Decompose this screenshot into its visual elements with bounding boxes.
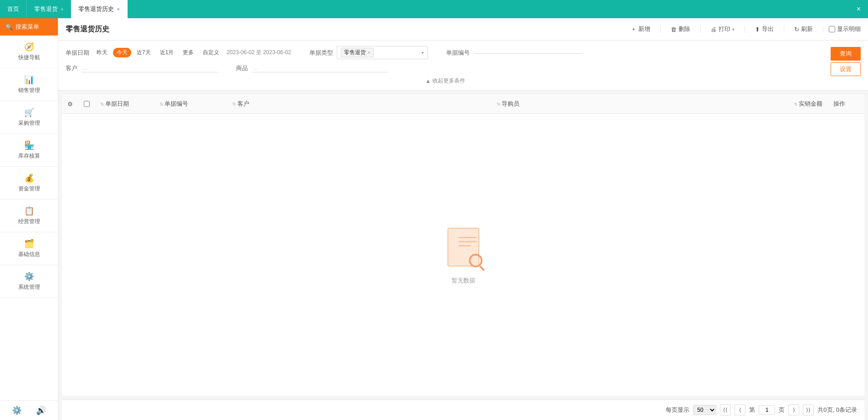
tab-home[interactable]: 首页 (0, 0, 27, 18)
goods-filter: 商品 ... (236, 64, 388, 72)
collapse-button[interactable]: ▲ 收起更多条件 (426, 77, 466, 85)
th-date-sort-icon[interactable]: ⇅ (100, 102, 104, 107)
export-label: 导出 (762, 25, 774, 33)
th-guide-sort-icon[interactable]: ⇅ (497, 102, 500, 107)
customer-input[interactable]: ... (81, 64, 218, 72)
th-customer-sort-icon[interactable]: ⇅ (232, 102, 236, 107)
sidebar-item-purchase[interactable]: 🛒 采购管理 (0, 101, 58, 134)
divider-3 (745, 26, 745, 33)
finance-icon: 💰 (24, 173, 34, 183)
volume-icon[interactable]: 🔊 (36, 405, 46, 415)
th-amount-sort-icon[interactable]: ⇅ (794, 102, 797, 107)
operations-icon: 📋 (24, 206, 34, 216)
sidebar-item-operations[interactable]: 📋 经营管理 (0, 200, 58, 232)
voucher-type-tag-remove[interactable]: × (368, 50, 370, 55)
th-checkbox[interactable] (78, 99, 95, 109)
export-icon: ⬆ (755, 26, 760, 33)
tab-return-close[interactable]: × (61, 6, 63, 12)
th-num-sort-icon[interactable]: ⇅ (159, 102, 163, 107)
doc-line-3 (458, 245, 471, 246)
refresh-label: 刷新 (801, 25, 813, 33)
delete-button[interactable]: 🗑 删除 (666, 23, 695, 36)
goods-placeholder: ... (253, 65, 258, 71)
page-number-input[interactable] (759, 405, 775, 415)
date-btn-custom[interactable]: 自定义 (199, 48, 223, 57)
date-btn-1month[interactable]: 近1月 (156, 48, 178, 57)
sidebar-item-quick-nav-label: 快捷导航 (18, 54, 40, 61)
voucher-type-select[interactable]: 零售退货 × ▾ (337, 46, 428, 59)
filter-row-1: 单据日期 昨天 今天 近7天 近1月 更多 自定义 2023-06-02 至 2… (66, 46, 825, 59)
sidebar-item-operations-label: 经营管理 (18, 218, 40, 225)
th-settings[interactable]: ⚙ (62, 99, 78, 109)
date-range-display: 2023-06-02 至 2023-06-02 (226, 49, 291, 56)
date-filter-label: 单据日期 (66, 49, 89, 57)
voucher-num-input[interactable] (473, 51, 583, 54)
tab-return-history[interactable]: 零售退货历史 × (71, 0, 127, 18)
th-amount: ⇅ 实销金额 (564, 98, 828, 110)
quick-nav-icon: 🧭 (24, 42, 34, 52)
tab-return-label: 零售退货 (34, 5, 58, 13)
th-guide-label: 导购员 (502, 100, 519, 108)
purchase-icon: 🛒 (24, 108, 34, 118)
per-page-select[interactable]: 20 50 100 (693, 405, 716, 415)
window-close-button[interactable]: × (849, 5, 868, 13)
sidebar-item-finance[interactable]: 💰 资金管理 (0, 167, 58, 200)
date-filter-item: 单据日期 昨天 今天 近7天 近1月 更多 自定义 2023-06-02 至 2… (66, 48, 291, 57)
customer-filter: 客户 ... (66, 64, 218, 72)
sidebar-item-system[interactable]: ⚙️ 系统管理 (0, 265, 58, 298)
print-label: 打印 (719, 25, 730, 33)
delete-label: 删除 (678, 25, 690, 33)
show-detail-label: 显示明细 (837, 25, 861, 33)
refresh-button[interactable]: ↻ 刷新 (790, 23, 817, 36)
date-btn-more[interactable]: 更多 (179, 48, 197, 57)
page-title: 零售退货历史 (66, 25, 109, 34)
tab-return[interactable]: 零售退货 × (27, 0, 71, 18)
doc-line-1 (458, 237, 477, 238)
table-settings-icon: ⚙ (67, 101, 73, 108)
page-prev-button[interactable]: ⟨ (734, 405, 745, 415)
customer-label: 客户 (66, 64, 77, 72)
inventory-icon: 🏪 (24, 140, 34, 150)
export-button[interactable]: ⬆ 导出 (750, 23, 778, 36)
page-next-button[interactable]: ⟩ (788, 405, 799, 415)
goods-input[interactable]: ... (252, 64, 388, 72)
sidebar-item-finance-label: 资金管理 (18, 185, 40, 193)
date-btn-yesterday[interactable]: 昨天 (93, 48, 111, 57)
th-num: ⇅ 单据编号 (154, 98, 227, 110)
collapse-arrow-icon: ▲ (426, 78, 431, 84)
th-date-label: 单据日期 (105, 100, 129, 108)
empty-state: 暂无数据 (62, 114, 864, 396)
system-icon: ⚙️ (24, 271, 34, 282)
main-content: 零售退货历史 ＋ 新增 🗑 删除 🖨 打印 ▾ (58, 18, 868, 420)
sidebar-search-bar[interactable]: 🔍 搜索菜单 (0, 18, 58, 36)
page-first-button[interactable]: ⟨⟨ (720, 405, 731, 415)
date-btn-today[interactable]: 今天 (113, 48, 131, 57)
sidebar-item-basic[interactable]: 🗂️ 基础信息 (0, 232, 58, 265)
page-last-button[interactable]: ⟩⟩ (803, 405, 814, 415)
date-btn-7days[interactable]: 近7天 (133, 48, 154, 57)
print-button[interactable]: 🖨 打印 ▾ (706, 23, 739, 36)
th-guide: ⇅ 导购员 (491, 98, 564, 110)
toolbar: ＋ 新增 🗑 删除 🖨 打印 ▾ ⬆ 导出 (626, 23, 861, 36)
sidebar-item-quick-nav[interactable]: 🧭 快捷导航 (0, 36, 58, 68)
show-detail-checkbox[interactable] (829, 26, 835, 32)
tab-return-history-close[interactable]: × (117, 6, 119, 12)
voucher-type-tag-label: 零售退货 (344, 49, 366, 56)
sidebar-item-sales[interactable]: 📊 销售管理 (0, 68, 58, 101)
filter-settings-button[interactable]: 设置 (831, 62, 861, 76)
pagination: 每页显示 20 50 100 ⟨⟨ ⟨ 第 页 ⟩ ⟩⟩ 共0页, 0条记录 (62, 400, 864, 420)
print-arrow-icon: ▾ (732, 27, 734, 32)
filter-area: 单据日期 昨天 今天 近7天 近1月 更多 自定义 2023-06-02 至 2… (58, 41, 868, 91)
collapse-label: 收起更多条件 (432, 77, 465, 85)
settings-bottom-icon[interactable]: ⚙️ (12, 405, 22, 415)
th-action: 操作 (828, 98, 864, 110)
sidebar-item-system-label: 系统管理 (18, 283, 40, 291)
divider-1 (660, 26, 661, 33)
basic-icon: 🗂️ (24, 239, 34, 249)
select-all-checkbox[interactable] (84, 101, 90, 107)
sidebar-item-inventory[interactable]: 🏪 库存核算 (0, 134, 58, 167)
query-button[interactable]: 查询 (831, 47, 861, 61)
sidebar-item-basic-label: 基础信息 (18, 251, 40, 258)
new-button[interactable]: ＋ 新增 (626, 23, 655, 36)
delete-icon: 🗑 (671, 26, 677, 33)
